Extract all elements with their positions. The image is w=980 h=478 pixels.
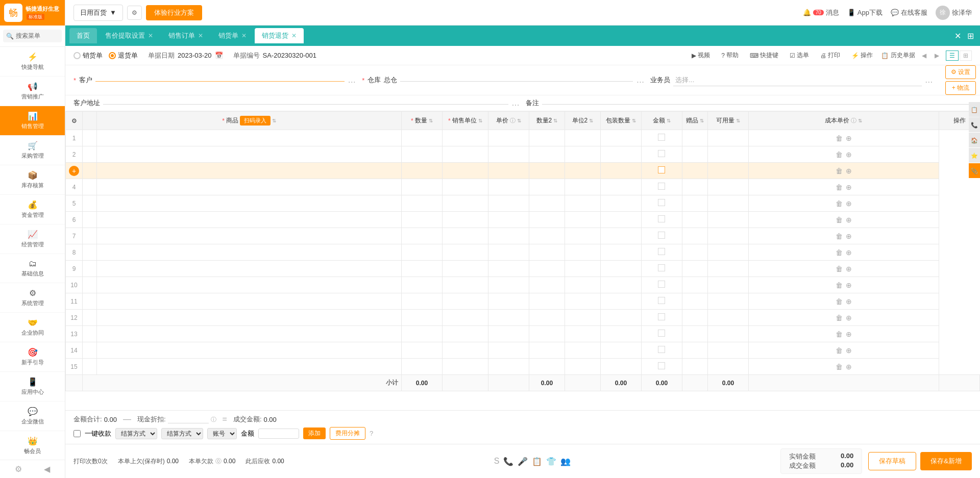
remarks-input[interactable] (542, 102, 972, 105)
toolbar-shortcut[interactable]: ⌨ 快捷键 (747, 50, 781, 61)
delete-icon[interactable]: 🗑 (836, 346, 843, 355)
delete-icon[interactable]: 🗑 (836, 363, 843, 371)
sidebar-item-guide[interactable]: 🎯 新手引导 (0, 342, 65, 372)
row-3-cost-price[interactable] (707, 163, 748, 179)
copy-icon[interactable]: ⊕ (846, 216, 852, 224)
row-2-qty[interactable] (97, 146, 402, 163)
row-2-pack-qty[interactable] (565, 146, 600, 163)
delete-icon[interactable]: 🗑 (836, 183, 843, 191)
row-1-pack-qty[interactable] (565, 130, 600, 146)
delete-icon[interactable]: 🗑 (836, 330, 843, 338)
grid-view-button[interactable]: ☰ (946, 51, 959, 61)
discount-info-icon[interactable]: ⓘ (211, 416, 216, 423)
warehouse-more-icon[interactable]: … (636, 76, 644, 85)
experience-button[interactable]: 体验行业方案 (146, 5, 202, 20)
copy-icon[interactable]: ⊕ (846, 346, 852, 355)
row-1-amount[interactable] (600, 130, 641, 146)
sidebar-item-marketing[interactable]: 📢 营销推广 (0, 77, 65, 106)
sidebar-item-shortcut[interactable]: ⚡ 快捷导航 (0, 47, 65, 77)
delete-icon[interactable]: 🗑 (836, 216, 843, 224)
add-payment-button[interactable]: 添加 (303, 427, 326, 439)
sidebar-item-member[interactable]: 👑 畅会员 (0, 431, 65, 460)
payment-amount-input[interactable] (258, 429, 299, 439)
address-input[interactable] (103, 102, 508, 105)
row-3-unit2[interactable] (529, 163, 565, 179)
row-3-sales-unit[interactable] (401, 163, 442, 179)
sidebar-item-finance[interactable]: 💰 资金管理 (0, 195, 65, 224)
sidebar-item-sales[interactable]: 📊 销售管理 (0, 106, 65, 136)
unit-price-info-icon[interactable]: ⓘ (510, 117, 516, 124)
sidebar-item-inventory[interactable]: 📦 库存核算 (0, 165, 65, 195)
account-select[interactable]: 结算方式 (161, 428, 203, 439)
unit-price-sort-icon[interactable]: ⇅ (517, 118, 521, 123)
row-1-copy-icon[interactable]: ⊕ (846, 134, 852, 142)
tab-price-setting[interactable]: 售价提取设置 ✕ (98, 28, 160, 43)
collapse-icon[interactable]: ◀ (44, 464, 50, 474)
expense-split-button[interactable]: 费用分摊 (330, 427, 365, 440)
row-2-qty2[interactable] (488, 146, 529, 163)
amount-sort-icon[interactable]: ⇅ (667, 118, 671, 123)
toolbar-video[interactable]: ▶ 视频 (689, 50, 713, 61)
float-btn-1[interactable]: 📋 (969, 102, 980, 117)
row-3-pack-qty[interactable] (565, 163, 600, 179)
delete-icon[interactable]: 🗑 (836, 265, 843, 273)
row-1-product[interactable] (83, 130, 97, 146)
copy-icon[interactable]: ⊕ (846, 183, 852, 191)
pack-qty-sort-icon[interactable]: ⇅ (632, 118, 636, 123)
row-3-copy-icon[interactable]: ⊕ (846, 167, 852, 175)
row-2-sales-unit[interactable] (401, 146, 442, 163)
prev-record-icon[interactable]: ◀ (920, 52, 928, 59)
copy-icon[interactable]: ⊕ (846, 281, 852, 289)
toolbar-print[interactable]: 🖨 打印 (817, 50, 843, 61)
add-row-icon[interactable]: + (69, 166, 79, 176)
copy-icon[interactable]: ⊕ (846, 248, 852, 257)
toolbar-history[interactable]: 📋 历史单据 (881, 51, 915, 60)
copy-icon[interactable]: ⊕ (846, 363, 852, 371)
tab-sales-order[interactable]: 销售订单 ✕ (161, 28, 210, 43)
copy-icon[interactable]: ⊕ (846, 232, 852, 240)
close-sales-out-icon[interactable]: ✕ (241, 32, 247, 39)
gear-icon[interactable]: ⚙ (71, 117, 77, 124)
row-2-unit2[interactable] (529, 146, 565, 163)
app-download-button[interactable]: 📱 App下载 (847, 8, 883, 17)
close-tab-icon[interactable]: ✕ (952, 30, 963, 42)
row-3-product-input[interactable] (86, 167, 93, 174)
settings-bottom-icon[interactable]: ⚙ (15, 464, 22, 474)
add-row-button-cell[interactable]: + (66, 163, 83, 179)
copy-icon[interactable]: ⊕ (846, 314, 852, 322)
available-sort-icon[interactable]: ⇅ (736, 118, 740, 123)
copy-icon[interactable]: ⊕ (846, 297, 852, 306)
toolbar-help[interactable]: ? 帮助 (718, 50, 742, 61)
discount-input[interactable] (168, 415, 209, 423)
row-3-unit-price[interactable] (442, 163, 488, 179)
gift-sort-icon[interactable]: ⇅ (700, 118, 704, 123)
delete-icon[interactable]: 🗑 (836, 199, 843, 208)
one-click-checkbox[interactable] (74, 430, 81, 437)
topbar-gear-button[interactable]: ⚙ (127, 6, 142, 20)
row-1-available[interactable] (682, 130, 707, 146)
toolbar-operation[interactable]: ⚡ 操作 (848, 50, 876, 61)
row-2-product[interactable] (83, 146, 97, 163)
row-1-sales-unit[interactable] (401, 130, 442, 146)
sidebar-item-basic[interactable]: 🗂 基础信息 (0, 254, 65, 283)
qty2-sort-icon[interactable]: ⇅ (553, 118, 557, 123)
scan-input-button[interactable]: 扫码录入 (240, 116, 271, 125)
delete-icon[interactable]: 🗑 (836, 281, 843, 289)
copy-icon[interactable]: ⊕ (846, 330, 852, 338)
address-more-icon[interactable]: … (511, 98, 520, 108)
radio-return[interactable]: 退货单 (109, 51, 138, 60)
float-btn-2[interactable]: 📞 (969, 117, 980, 132)
row-3-qty2[interactable] (488, 163, 529, 179)
row-1-delete-icon[interactable]: 🗑 (836, 134, 843, 142)
row-1-unit-price[interactable] (442, 130, 488, 146)
row-1-unit2[interactable] (529, 130, 565, 146)
notification-button[interactable]: 🔔 70 消息 (803, 8, 839, 17)
row-3-amount[interactable] (600, 163, 641, 179)
user-profile[interactable]: 徐 徐泽华 (936, 6, 972, 20)
row-2-cost-price[interactable] (707, 146, 748, 163)
toolbar-select[interactable]: ☑ 选单 (787, 50, 812, 61)
float-btn-5[interactable]: 📎 (969, 163, 980, 178)
row-3-gift[interactable] (641, 163, 682, 179)
row-2-available[interactable] (682, 146, 707, 163)
product-sort-icon[interactable]: ⇅ (272, 118, 276, 123)
